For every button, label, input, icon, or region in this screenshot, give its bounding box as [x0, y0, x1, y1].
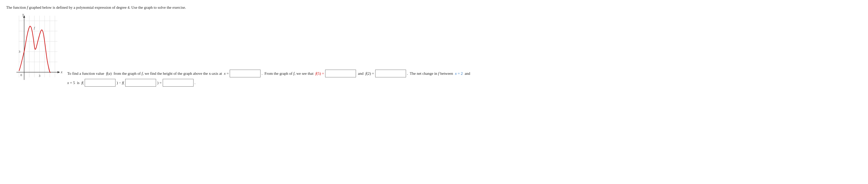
page-container: The function f graphed below is defined … — [6, 5, 862, 88]
input-net-x2[interactable] — [125, 79, 156, 87]
origin-label: 0 — [21, 73, 22, 77]
line1-part3: and f(2) = — [357, 70, 374, 77]
input-x-value[interactable] — [230, 70, 260, 77]
input-net-x1[interactable] — [85, 79, 116, 87]
x-tick-3: 3 — [39, 74, 40, 78]
line1-part2: . From the graph of f, we see that f(5) … — [261, 70, 324, 77]
header-text: The function f graphed below is defined … — [6, 5, 862, 10]
line2-period: . — [194, 79, 195, 87]
function-curve — [19, 26, 50, 73]
line1-part4: . The net change in f between x = 2 and — [407, 70, 470, 77]
svg-marker-17 — [58, 71, 60, 73]
line2-part3: ) = — [157, 79, 161, 87]
input-f2[interactable] — [375, 70, 406, 77]
y-axis-label: y — [22, 13, 24, 17]
content-area: y x 3 0 3 f To find a function — [6, 13, 862, 88]
x-axis-label: x — [61, 70, 63, 74]
input-net-result[interactable] — [163, 79, 193, 87]
f-label: f — [34, 26, 35, 30]
input-f5[interactable] — [325, 70, 356, 77]
line2: x = 5 is f( ) − f( ) = . — [67, 79, 862, 87]
line2-part1: x = 5 is f( — [67, 79, 84, 87]
graph-svg: y x 3 0 3 f — [6, 13, 63, 88]
line2-part2: ) − f( — [117, 79, 124, 87]
bottom-section: To find a function value f(a) from the g… — [67, 13, 862, 87]
graph-container: y x 3 0 3 f — [6, 13, 63, 88]
line1-part1: To find a function value f(a) from the g… — [67, 70, 229, 77]
line1: To find a function value f(a) from the g… — [67, 70, 862, 77]
y-tick-3: 3 — [19, 50, 21, 53]
